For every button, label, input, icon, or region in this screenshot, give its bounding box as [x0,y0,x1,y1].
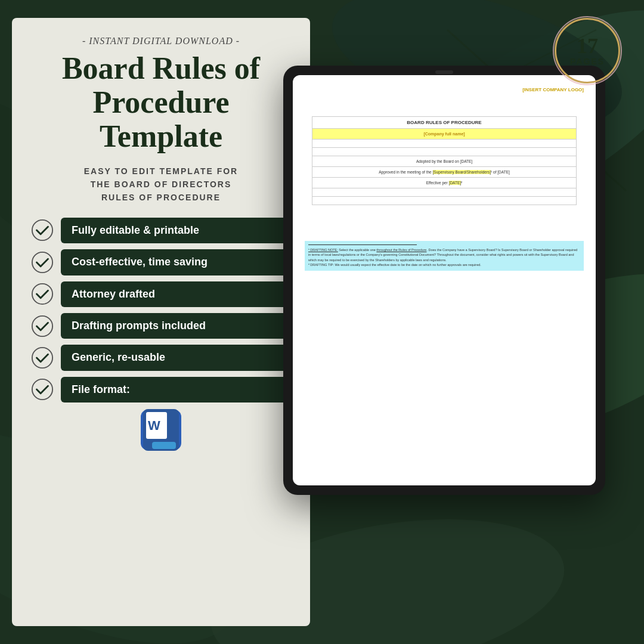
svg-point-13 [32,315,52,336]
document-content: [INSERT COMPANY LOGO] BOARD RULES OF PRO… [293,75,596,485]
badge-label: PAGES [570,57,605,66]
tablet-screen: [INSERT COMPANY LOGO] BOARD RULES OF PRO… [293,75,596,485]
check-icon-4 [30,314,55,339]
svg-text:W: W [148,418,160,433]
feature-list: Fully editable & printable Cost-effectiv… [30,218,292,402]
drafting-tip-text: ² DRAFTING TIP: We would usually expect … [308,262,580,267]
check-icon-5 [30,345,55,370]
list-item: Attorney drafted [30,281,292,307]
tablet-section: [INSERT COMPANY LOGO] BOARD RULES OF PRO… [256,30,632,614]
badge-number: 17 [577,35,598,57]
doc-drafting-note: ¹ DRAFTING NOTE: Select the applicable o… [305,241,584,271]
list-item: File format: [30,377,292,402]
doc-company-logo: [INSERT COMPANY LOGO] [305,87,584,92]
pages-badge: 17 PAGES [555,18,620,83]
doc-company-name: [Company full name] [312,129,577,140]
title-line2: Template [100,119,222,153]
word-icon-wrapper: W [30,410,292,450]
check-icon-1 [30,218,55,243]
list-item: Generic, re-usable [30,345,292,370]
check-icon-2 [30,250,55,275]
word-icon: W [141,410,181,450]
tablet-mockup: [INSERT COMPANY LOGO] BOARD RULES OF PRO… [283,66,605,495]
svg-point-12 [32,284,52,304]
check-icon-3 [30,281,55,306]
list-item: Cost-effective, time saving [30,249,292,275]
svg-point-10 [32,220,52,240]
doc-approved: Approved in the meeting of the [Supervis… [312,167,577,178]
title-line1: Board Rules of Procedure [62,51,260,119]
check-icon-6 [30,377,55,402]
svg-rect-19 [152,442,176,449]
svg-point-14 [32,348,52,368]
subtitle: - INSTANT DIGITAL DOWNLOAD - [30,36,292,47]
doc-effective: Effective per [DATE]² [312,178,577,188]
doc-table: BOARD RULES OF PROCEDURE [Company full n… [312,116,577,205]
main-title: Board Rules of Procedure Template [30,51,292,154]
drafting-note-text: ¹ DRAFTING NOTE: Select the applicable o… [308,247,580,262]
svg-point-15 [32,379,52,400]
doc-title: BOARD RULES OF PROCEDURE [312,117,577,129]
tablet-camera [435,70,453,74]
description: EASY TO EDIT TEMPLATE FORTHE BOARD OF DI… [30,165,292,205]
list-item: Fully editable & printable [30,218,292,243]
list-item: Drafting prompts included [30,313,292,339]
doc-adopted: Adopted by the Board on [DATE] [312,156,577,167]
svg-point-11 [32,252,52,273]
